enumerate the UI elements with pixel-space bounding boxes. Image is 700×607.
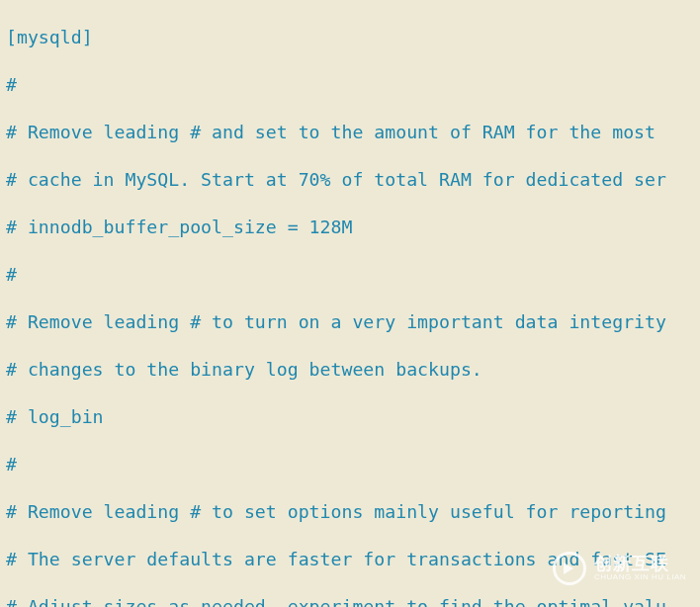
- comment-line: # The server defaults are faster for tra…: [6, 549, 666, 569]
- comment-line: #: [6, 264, 17, 285]
- comment-line: # changes to the binary log between back…: [6, 359, 482, 380]
- comment-line: #: [6, 74, 17, 95]
- comment-line: # log_bin: [6, 406, 104, 427]
- section-header: [mysqld]: [6, 27, 93, 47]
- comment-line: # Remove leading # to set options mainly…: [6, 501, 666, 522]
- comment-line: # Remove leading # to turn on a very imp…: [6, 311, 666, 332]
- comment-line: # Remove leading # and set to the amount…: [6, 122, 666, 142]
- comment-line: # innodb_buffer_pool_size = 128M: [6, 217, 352, 237]
- comment-line: # Adjust sizes as needed, experiment to …: [6, 596, 666, 607]
- comment-line: # cache in MySQL. Start at 70% of total …: [6, 169, 666, 190]
- config-file-view: [mysqld] # # Remove leading # and set to…: [0, 0, 700, 607]
- comment-line: #: [6, 454, 17, 475]
